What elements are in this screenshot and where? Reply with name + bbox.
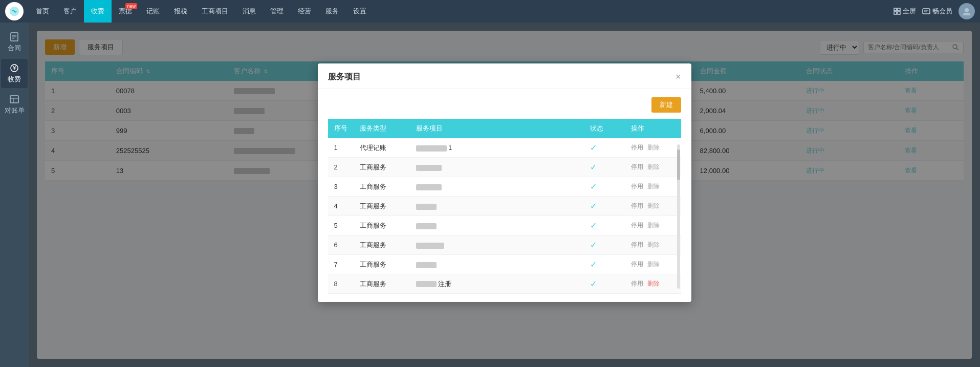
nav-billing[interactable]: 收费 [84,0,112,23]
modal-table-row: 5 工商服务 ✓ 停用删除 [328,216,681,235]
modal-cell-status: ✓ [584,138,625,158]
svg-rect-5 [923,9,930,14]
modal-cell-action: 停用删除 [625,216,681,235]
user-avatar[interactable] [959,3,975,19]
modal-toolbar: 新建 [328,97,681,113]
delete-button[interactable]: 删除 [647,202,660,209]
contract-icon [9,32,19,42]
delete-button[interactable]: 删除 [647,241,660,248]
modal-cell-seq: 3 [328,177,354,197]
modal-table-row: 3 工商服务 ✓ 停用删除 [328,177,681,197]
modal-scrollbar-thumb[interactable] [677,149,680,180]
nav-bookkeeping[interactable]: 记账 [139,0,167,23]
modal-cell-status: ✓ [584,255,625,274]
modal-title: 服务项目 [328,72,361,82]
delete-button[interactable]: 删除 [647,222,660,229]
modal-cell-action: 停用删除 [625,255,681,274]
modal-cell-seq: 4 [328,197,354,216]
stop-button[interactable]: 停用 [631,202,643,209]
stop-button[interactable]: 停用 [631,222,643,229]
modal-col-action: 操作 [625,119,681,138]
nav-settings[interactable]: 设置 [346,0,374,23]
nav-service[interactable]: 服务 [318,0,346,23]
modal-table-row: 8 工商服务 注册 ✓ 停用删除 [328,274,681,294]
modal-cell-type: 工商服务 [354,255,410,274]
top-navigation: 首页 客户 收费 票据 new 记账 报税 工商项目 消息 管理 经营 服务 设… [0,0,980,23]
modal-scrollbar[interactable] [677,144,680,289]
nav-business[interactable]: 工商项目 [194,0,235,23]
modal-overlay: 服务项目 × 新建 序号 服务类型 服务项目 [29,23,980,367]
modal-cell-action: 停用删除 [625,158,681,177]
service-items-table: 序号 服务类型 服务项目 状态 操作 1 代理记账 [328,119,681,294]
modal-cell-status: ✓ [584,274,625,294]
modal-col-type: 服务类型 [354,119,410,138]
nav-home[interactable]: 首页 [29,0,56,23]
modal-close-button[interactable]: × [676,72,681,82]
modal-cell-seq: 7 [328,255,354,274]
svg-rect-1 [894,8,897,11]
modal-cell-project [410,197,584,216]
stop-button[interactable]: 停用 [631,280,643,287]
modal-cell-type: 工商服务 [354,197,410,216]
modal-cell-project: 注册 [410,274,584,294]
modal-cell-type: 工商服务 [354,177,410,197]
modal-cell-seq: 6 [328,235,354,255]
modal-cell-type: 工商服务 [354,158,410,177]
modal-cell-action: 停用删除 [625,235,681,255]
sidebar: 合同 ¥ 收费 对账单 [0,23,29,367]
svg-rect-15 [10,96,18,103]
modal-table-row: 1 代理记账 1 ✓ 停用删除 [328,138,681,158]
delete-button[interactable]: 删除 [647,163,660,170]
logo-icon [9,6,20,17]
main-layout: 合同 ¥ 收费 对账单 新增 服务项目 [0,23,980,367]
stop-button[interactable]: 停用 [631,241,643,248]
nav-invoice[interactable]: 票据 new [112,0,139,23]
stop-button[interactable]: 停用 [631,183,643,190]
modal-cell-type: 工商服务 [354,274,410,294]
stop-button[interactable]: 停用 [631,261,643,268]
modal-cell-status: ✓ [584,158,625,177]
delete-button[interactable]: 删除 [647,261,660,268]
sidebar-item-contract[interactable]: 合同 [1,28,28,57]
modal-cell-status: ✓ [584,235,625,255]
modal-col-project: 服务项目 [410,119,584,138]
modal-cell-project [410,177,584,197]
modal-new-button[interactable]: 新建 [651,97,681,113]
modal-cell-seq: 8 [328,274,354,294]
modal-cell-type: 工商服务 [354,235,410,255]
delete-button[interactable]: 删除 [647,144,660,151]
modal-col-status: 状态 [584,119,625,138]
modal-cell-status: ✓ [584,177,625,197]
modal-table-row: 4 工商服务 ✓ 停用删除 [328,197,681,216]
sidebar-item-statement[interactable]: 对账单 [1,90,28,119]
member-button[interactable]: 畅会员 [922,7,952,16]
modal-cell-type: 工商服务 [354,216,410,235]
svg-rect-2 [898,8,900,11]
modal-cell-seq: 2 [328,158,354,177]
nav-management[interactable]: 管理 [263,0,291,23]
delete-button[interactable]: 删除 [647,280,660,287]
modal-cell-action: 停用删除 [625,197,681,216]
new-badge: new [125,3,137,9]
stop-button[interactable]: 停用 [631,163,643,170]
avatar-icon [962,6,972,16]
modal-cell-project: 1 [410,138,584,158]
modal-cell-action: 停用删除 [625,274,681,294]
modal-cell-status: ✓ [584,197,625,216]
modal-table-row: 2 工商服务 ✓ 停用删除 [328,158,681,177]
modal-header: 服务项目 × [318,63,691,89]
nav-operations[interactable]: 经营 [291,0,318,23]
modal-cell-seq: 1 [328,138,354,158]
sidebar-item-billing[interactable]: ¥ 收费 [1,59,28,88]
nav-menu: 首页 客户 收费 票据 new 记账 报税 工商项目 消息 管理 经营 服务 设… [29,0,894,23]
delete-button[interactable]: 删除 [647,183,660,190]
stop-button[interactable]: 停用 [631,144,643,151]
nav-message[interactable]: 消息 [235,0,263,23]
fullscreen-button[interactable]: 全屏 [894,7,916,16]
nav-tax[interactable]: 报税 [167,0,194,23]
nav-customer[interactable]: 客户 [56,0,84,23]
svg-rect-3 [894,12,897,14]
app-logo[interactable] [5,2,24,20]
modal-cell-project [410,216,584,235]
service-modal: 服务项目 × 新建 序号 服务类型 服务项目 [318,63,691,302]
